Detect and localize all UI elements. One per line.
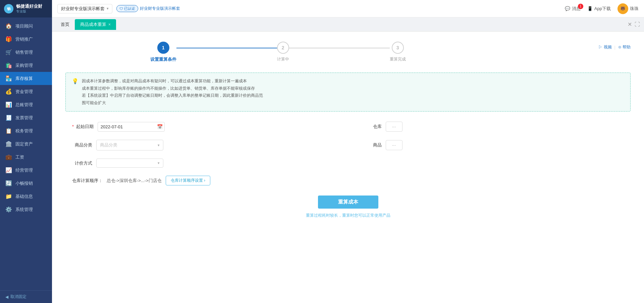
warehouse-select-btn[interactable]: ··· [386, 122, 402, 132]
sidebar-header: 畅 畅捷通好业财 专业版 [0, 0, 52, 17]
info-box: 💡 因成本计算参数调整，或是对商品成本有疑问时，可以通过成本重算功能，重新计算一… [65, 73, 631, 112]
close-button[interactable]: ✕ [628, 21, 632, 28]
help-separator: | [614, 45, 615, 50]
sidebar-item-label: 工资 [15, 154, 24, 160]
start-date-field: * 起始日期 📅 [72, 122, 335, 132]
payroll-icon: 💼 [5, 154, 12, 160]
sidebar-item-label: 总账管理 [15, 102, 33, 108]
pin-icon: ◀ [5, 295, 8, 299]
message-button[interactable]: 💬 消息 1 [565, 6, 581, 12]
sidebar-item-marketing[interactable]: 🎁 营销推广 [0, 33, 52, 46]
purchase-icon: 🛍️ [5, 62, 12, 69]
topbar-right: 💬 消息 1 📱 App下载 🐻 珠珠 [565, 3, 639, 14]
bulb-icon: 💡 [72, 78, 78, 106]
sidebar-item-accounting[interactable]: 📊 总账管理 [0, 98, 52, 111]
price-method-field: 计价方式 ▾ [72, 159, 624, 168]
step-3-label: 重算完成 [390, 56, 406, 62]
phone-icon: 📱 [587, 6, 593, 11]
recalculate-btn[interactable]: 重算成本 [318, 196, 378, 209]
sidebar-item-label: 项目顾问 [15, 23, 33, 29]
category-label: 商品分类 [72, 142, 92, 148]
product-label: 商品 [362, 142, 382, 148]
topbar: 好业财专业版演示帐套 ▾ 🛡 已认证 好业财专业版演示帐套 💬 消息 1 📱 A… [52, 0, 644, 17]
info-line-4: 围可能会扩大 [82, 99, 263, 107]
price-method-label: 计价方式 [72, 160, 92, 166]
chevron-down-icon: ▾ [107, 6, 109, 11]
sidebar-item-label: 基础信息 [15, 193, 33, 200]
sidebar-nav: 🏠 项目顾问 🎁 营销推广 🛒 销售管理 🛍️ 采购管理 🏪 库存核算 💰 资金… [0, 17, 52, 290]
info-line-3: 若【系统设置】中启用了自动调整记账日期时，会调整入库单的整单记账日期，因此重新计… [82, 92, 263, 99]
chevron-down-icon: ▾ [158, 161, 160, 165]
user-name: 珠珠 [630, 6, 639, 12]
sidebar-item-payroll[interactable]: 💼 工资 [0, 150, 52, 164]
tab-home-label: 首页 [61, 21, 69, 28]
tab-home[interactable]: 首页 [55, 19, 75, 30]
user-profile[interactable]: 🐻 珠珠 [618, 3, 639, 14]
sidebar-item-finance[interactable]: 💰 资金管理 [0, 85, 52, 98]
product-select-btn[interactable]: ··· [386, 140, 402, 150]
sidebar-item-invoice[interactable]: 🧾 发票管理 [0, 111, 52, 124]
main-area: 好业财专业版演示帐套 ▾ 🛡 已认证 好业财专业版演示帐套 💬 消息 1 📱 A… [52, 0, 644, 303]
account-selector[interactable]: 好业财专业版演示帐套 ▾ [57, 4, 112, 13]
form-section: * 起始日期 📅 仓库 ··· 商品分类 [65, 122, 631, 168]
tab-cost-recalc[interactable]: 商品成本重算 × [75, 19, 116, 30]
sidebar-item-label: 发票管理 [15, 115, 33, 121]
step-line-2-3 [289, 48, 390, 48]
category-select[interactable]: 商品分类 ▾ [96, 140, 163, 150]
message-icon: 💬 [565, 6, 570, 11]
avatar: 🐻 [618, 3, 628, 14]
info-text: 因成本计算参数调整，或是对商品成本有疑问时，可以通过成本重算功能，重新计算一遍成… [82, 78, 263, 106]
app-download-button[interactable]: 📱 App下载 [587, 6, 611, 12]
sidebar-footer-label: 取消固定 [10, 294, 26, 300]
step-1-circle: 1 [157, 42, 169, 54]
steps-outer: 1 设置重算条件 2 计算中 3 [150, 42, 546, 62]
sidebar-item-label: 营销推广 [15, 36, 33, 42]
sidebar-item-project[interactable]: 🏠 项目顾问 [0, 19, 52, 33]
start-date-input[interactable] [101, 122, 157, 131]
tab-close-icon[interactable]: × [108, 22, 111, 27]
sidebar-item-operations[interactable]: 📈 经营管理 [0, 164, 52, 177]
sidebar-item-system[interactable]: ⚙️ 系统管理 [0, 203, 52, 216]
sidebar-item-purchase[interactable]: 🛍️ 采购管理 [0, 59, 52, 72]
sidebar-item-sales[interactable]: 🛒 销售管理 [0, 46, 52, 59]
step-2-circle: 2 [277, 42, 289, 54]
product-field: 商品 ··· [335, 140, 624, 150]
warehouse-order-value: 总仓->深圳仓库->...->门店仓 [107, 178, 162, 184]
sales-icon: 🛒 [5, 49, 12, 55]
warehouse-label: 仓库 [362, 124, 382, 130]
price-method-select[interactable]: ▾ [96, 159, 163, 168]
step-line-1-2 [176, 48, 277, 48]
sidebar-item-label: 系统管理 [15, 207, 33, 213]
basic-icon: 📁 [5, 193, 12, 200]
warehouse-order-row: 仓库计算顺序： 总仓->深圳仓库->...->门店仓 仓库计算顺序设置 › [65, 176, 631, 185]
category-field: 商品分类 商品分类 ▾ [72, 140, 335, 150]
sidebar-item-basic[interactable]: 📁 基础信息 [0, 190, 52, 203]
sidebar-item-inventory[interactable]: 🏪 库存核算 [0, 72, 52, 85]
steps-container: 1 设置重算条件 2 计算中 3 [65, 42, 631, 62]
info-line-1: 因成本计算参数调整，或是对商品成本有疑问时，可以通过成本重算功能，重新计算一遍成… [82, 78, 263, 85]
sidebar-item-label: 税务管理 [15, 128, 33, 134]
sidebar-item-label: 固定资产 [15, 141, 33, 147]
sidebar-item-label: 库存核算 [15, 76, 33, 82]
expense-icon: 🔄 [5, 180, 12, 186]
calendar-icon[interactable]: 📅 [157, 124, 163, 129]
app-title: 畅捷通好业财 [16, 4, 42, 9]
message-badge: 1 [578, 4, 583, 9]
sidebar-item-assets[interactable]: 🏛️ 固定资产 [0, 137, 52, 150]
chevron-down-icon: ▾ [158, 143, 160, 147]
sidebar-item-tax[interactable]: 📋 税务管理 [0, 124, 52, 137]
warehouse-order-settings-btn[interactable]: 仓库计算顺序设置 › [166, 176, 210, 185]
sidebar-item-expense[interactable]: 🔄 小畅报销 [0, 177, 52, 190]
submit-hint: 重算过程耗时较长，重算时您可以正常使用产品 [306, 213, 390, 218]
video-link[interactable]: ▷ 视频 [598, 44, 611, 50]
step-3-circle: 3 [392, 42, 404, 54]
sidebar-item-label: 销售管理 [15, 49, 33, 55]
submit-area: 重算成本 重算过程耗时较长，重算时您可以正常使用产品 [65, 196, 631, 218]
sidebar-pin-toggle[interactable]: ◀ 取消固定 [0, 290, 52, 303]
start-date-label: * 起始日期 [72, 124, 94, 130]
help-link[interactable]: ⊙ 帮助 [618, 44, 631, 50]
expand-button[interactable]: ⛶ [635, 21, 640, 28]
tab-cost-recalc-label: 商品成本重算 [80, 21, 106, 28]
accounting-icon: 📊 [5, 101, 12, 108]
inventory-icon: 🏪 [5, 75, 12, 82]
